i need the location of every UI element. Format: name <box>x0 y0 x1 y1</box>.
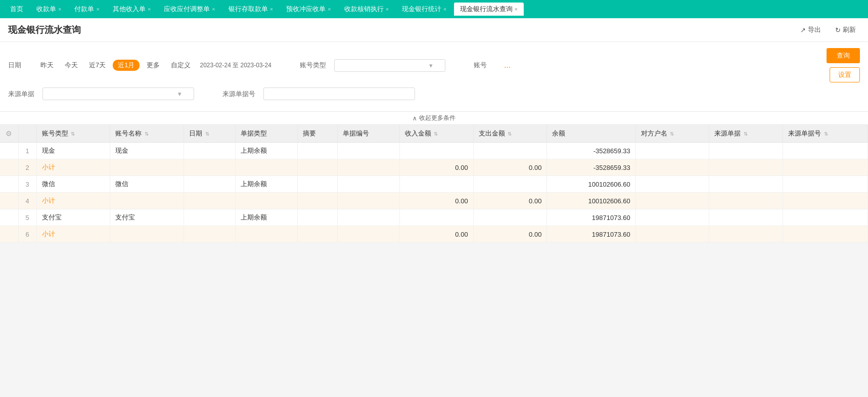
table-cell: 0.00 <box>473 159 547 176</box>
table-cell: 19871073.60 <box>547 209 635 226</box>
table-header-row: ⚙ 账号类型 ⇅ 账号名称 ⇅ 日期 ⇅ 单据类型 <box>0 125 868 143</box>
table-cell: 0.00 <box>399 193 473 209</box>
th-doc-type: 单据类型 <box>236 125 298 143</box>
account-label: 账号 <box>474 61 494 70</box>
th-summary: 摘要 <box>297 125 337 143</box>
query-button[interactable]: 查询 <box>827 48 860 63</box>
nav-item-payment[interactable]: 付款单 × <box>68 3 105 16</box>
close-icon[interactable]: × <box>270 6 273 12</box>
export-button[interactable]: ↗ 导出 <box>796 23 825 36</box>
th-balance: 余额 <box>547 125 635 143</box>
date-label: 日期 <box>8 61 28 70</box>
table-container: ⚙ 账号类型 ⇅ 账号名称 ⇅ 日期 ⇅ 单据类型 <box>0 125 868 243</box>
date-opt-1month[interactable]: 近1月 <box>113 60 140 71</box>
table-cell <box>184 159 236 176</box>
table-cell <box>635 176 709 193</box>
table-cell <box>635 143 709 159</box>
table-cell: 2 <box>18 159 36 176</box>
date-opt-more[interactable]: 更多 <box>143 60 164 71</box>
account-ellipsis-button[interactable]: ... <box>502 59 513 72</box>
table-cell <box>338 143 400 159</box>
nav-item-adjustment[interactable]: 应收应付调整单 × <box>158 3 221 16</box>
table-cell: 上期余额 <box>236 209 298 226</box>
table-cell <box>184 143 236 159</box>
close-icon[interactable]: × <box>148 6 151 12</box>
th-account-type[interactable]: 账号类型 ⇅ <box>36 125 110 143</box>
date-opt-yesterday[interactable]: 昨天 <box>36 60 58 71</box>
table-cell <box>338 226 400 243</box>
date-opt-custom[interactable]: 自定义 <box>167 60 195 71</box>
table-cell <box>783 209 868 226</box>
source-doc-num-input[interactable] <box>263 87 415 100</box>
sort-icon: ⇅ <box>71 131 75 137</box>
table-cell <box>297 226 337 243</box>
nav-item-bank-deposit[interactable]: 银行存取款单 × <box>222 3 279 16</box>
nav-item-collection[interactable]: 收款核销执行 × <box>338 3 395 16</box>
sort-icon: ⇅ <box>508 131 512 137</box>
action-buttons: 查询 设置 <box>827 48 860 82</box>
th-date[interactable]: 日期 ⇅ <box>184 125 236 143</box>
table-cell: 上期余额 <box>236 143 298 159</box>
table-cell <box>635 159 709 176</box>
table-cell <box>338 159 400 176</box>
th-income[interactable]: 收入金额 ⇅ <box>399 125 473 143</box>
date-opt-today[interactable]: 今天 <box>61 60 82 71</box>
close-icon[interactable]: × <box>212 6 215 12</box>
account-type-select[interactable]: ▾ <box>334 59 445 72</box>
nav-item-home[interactable]: 首页 <box>4 3 29 16</box>
sort-icon: ⇅ <box>145 131 149 137</box>
table-cell <box>338 209 400 226</box>
gear-icon[interactable]: ⚙ <box>6 129 12 138</box>
collapse-row[interactable]: ∧ 收起更多条件 <box>0 112 868 125</box>
table-row: 5支付宝支付宝上期余额19871073.60 <box>0 209 868 226</box>
nav-item-bank-stats[interactable]: 现金银行统计 × <box>396 3 452 16</box>
close-icon[interactable]: × <box>58 6 61 12</box>
header-actions: ↗ 导出 ↻ 刷新 <box>796 23 860 36</box>
table-cell <box>110 159 184 176</box>
close-icon[interactable]: × <box>443 6 446 12</box>
data-table: ⚙ 账号类型 ⇅ 账号名称 ⇅ 日期 ⇅ 单据类型 <box>0 125 868 243</box>
table-cell <box>635 193 709 209</box>
setting-button[interactable]: 设置 <box>830 67 860 82</box>
th-counterpart[interactable]: 对方户名 ⇅ <box>635 125 709 143</box>
nav-item-bank-flow[interactable]: 现金银行流水查询 × <box>454 3 524 16</box>
refresh-button[interactable]: ↻ 刷新 <box>831 23 860 36</box>
close-icon[interactable]: × <box>96 6 99 12</box>
th-source-doc-no[interactable]: 来源单据号 ⇅ <box>783 125 868 143</box>
date-options: 昨天 今天 近7天 近1月 更多 自定义 2023-02-24 至 2023-0… <box>36 60 271 71</box>
table-cell <box>236 159 298 176</box>
table-cell: 100102606.60 <box>547 193 635 209</box>
table-row: 4小计0.000.00100102606.60 <box>0 193 868 209</box>
table-cell: 微信 <box>110 176 184 193</box>
table-cell: 1 <box>18 143 36 159</box>
nav-item-receipt[interactable]: 收款单 × <box>30 3 67 16</box>
table-cell: 小计 <box>36 159 110 176</box>
nav-item-other-income[interactable]: 其他收入单 × <box>107 3 157 16</box>
th-expense[interactable]: 支出金额 ⇅ <box>473 125 547 143</box>
table-cell <box>297 209 337 226</box>
table-cell <box>473 176 547 193</box>
table-cell <box>338 176 400 193</box>
table-cell <box>184 193 236 209</box>
table-cell: 3 <box>18 176 36 193</box>
chevron-down-icon: ▾ <box>178 90 181 98</box>
th-account-name[interactable]: 账号名称 ⇅ <box>110 125 184 143</box>
close-icon[interactable]: × <box>515 6 518 12</box>
th-source-doc[interactable]: 来源单据 ⇅ <box>709 125 783 143</box>
nav-item-prepay[interactable]: 预收冲应收单 × <box>280 3 337 16</box>
table-cell <box>297 176 337 193</box>
date-opt-7days[interactable]: 近7天 <box>85 60 110 71</box>
table-cell: 支付宝 <box>36 209 110 226</box>
source-doc-select[interactable]: ▾ <box>42 87 194 100</box>
table-cell <box>0 159 18 176</box>
sort-icon: ⇅ <box>670 131 674 137</box>
top-nav: 首页 收款单 × 付款单 × 其他收入单 × 应收应付调整单 × 银行存取款单 … <box>0 0 868 18</box>
table-body: 1现金现金上期余额-3528659.332小计0.000.00-3528659.… <box>0 143 868 243</box>
page-header: 现金银行流水查询 ↗ 导出 ↻ 刷新 <box>0 18 868 42</box>
close-icon[interactable]: × <box>328 6 331 12</box>
table-cell: 现金 <box>110 143 184 159</box>
close-icon[interactable]: × <box>386 6 389 12</box>
table-cell: 0.00 <box>473 226 547 243</box>
table-cell: -3528659.33 <box>547 143 635 159</box>
table-cell: 5 <box>18 209 36 226</box>
